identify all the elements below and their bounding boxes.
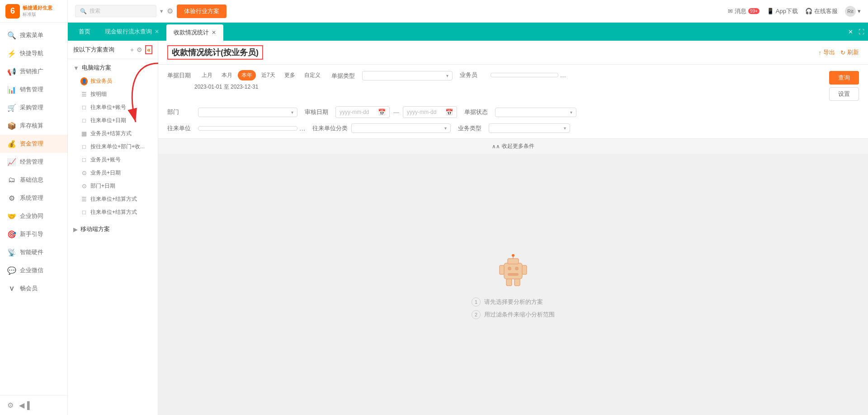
tab-bank[interactable]: 现金银行流水查询 ✕ — [98, 23, 166, 41]
settings-button[interactable]: 设置 — [829, 87, 859, 101]
user-menu[interactable]: Rit ▾ — [845, 6, 861, 17]
date-tab-custom[interactable]: 自定义 — [301, 70, 324, 80]
svg-rect-4 — [508, 273, 519, 276]
counterpart-type-select[interactable]: ▾ — [351, 123, 451, 133]
purchase-icon: 🛒 — [7, 103, 16, 112]
calendar-end-icon[interactable]: 📅 — [445, 108, 453, 116]
left-panel-header: 按以下方案查询 + ⚙ « — [68, 41, 158, 59]
sidebar-item-purchase[interactable]: 🛒 采购管理 — [0, 99, 67, 117]
dept-label: 部门 — [167, 108, 194, 116]
topbar-gear-icon[interactable]: ⚙ — [167, 7, 173, 15]
topbar-dropdown-icon[interactable]: ▾ — [160, 8, 163, 14]
date-label: 单据日期 — [167, 71, 194, 80]
topbar-search-icon: 🔍 — [80, 8, 87, 14]
tip-num-1: 1 — [472, 297, 481, 307]
sidebar: 6 畅捷通好生意 标准版 🔍 搜索菜单 ⚡ 快捷导航 📢 营销推广 📊 销售管理… — [0, 0, 68, 415]
date-tab-7days[interactable]: 近7天 — [258, 70, 279, 80]
quicknav-icon: ⚡ — [7, 49, 16, 58]
pc-plan-title[interactable]: ▼ 电脑端方案 — [68, 61, 158, 75]
sidebar-item-operations[interactable]: 📈 经营管理 — [0, 153, 67, 171]
export-button[interactable]: ↑ 导出 — [819, 48, 835, 57]
marketing-icon: 📢 — [7, 67, 16, 76]
plan-item-dept-date[interactable]: ⊙ 部门+日期 — [68, 179, 158, 193]
sidebar-item-sysadmin[interactable]: ⚙ 系统管理 — [0, 189, 67, 207]
sidebar-item-basicinfo[interactable]: 🗂 基础信息 — [0, 171, 67, 189]
collapse-sidebar-icon[interactable]: ◀▐ — [19, 401, 29, 410]
doc-status-select[interactable]: ▾ — [495, 108, 576, 117]
tab-receipt[interactable]: 收款情况统计 ✕ — [166, 24, 223, 41]
sidebar-item-hardware[interactable]: 📡 智能硬件 — [0, 243, 67, 261]
review-date-filter-group: 审核日期 yyyy-mm-dd 📅 — yyyy-mm-dd 📅 — [305, 106, 457, 118]
date-range-display: 2023-01-01 至 2023-12-31 — [167, 83, 324, 91]
sidebar-item-wechat[interactable]: 💬 企业微信 — [0, 261, 67, 279]
sidebar-item-sales[interactable]: 📊 销售管理 — [0, 80, 67, 99]
doc-type-chevron: ▾ — [446, 73, 448, 78]
plan-item-unit-date[interactable]: □ 往来单位+日期 — [68, 114, 158, 127]
tab-receipt-close[interactable]: ✕ — [212, 29, 216, 36]
plan-item-unit-account[interactable]: □ 往来单位+账号 — [68, 101, 158, 114]
plan-item-salesman-date[interactable]: ⊙ 业务员+日期 — [68, 166, 158, 179]
corp-icon: 🤝 — [7, 212, 16, 221]
salesman-dots-button[interactable]: ... — [560, 71, 566, 79]
salesman-settle-icon: ▦ — [80, 130, 88, 137]
sysadmin-icon: ⚙ — [7, 193, 16, 203]
message-button[interactable]: ✉ 消息 99+ — [728, 7, 760, 15]
salesman-account-icon: □ — [80, 156, 88, 164]
date-dash: — — [393, 109, 399, 116]
query-actions: 查询 设置 — [829, 71, 859, 101]
industry-solution-button[interactable]: 体验行业方案 — [177, 5, 226, 18]
counterpart-select[interactable] — [198, 126, 297, 131]
doc-type-select[interactable]: ▾ — [362, 71, 453, 80]
unit-date-icon: □ — [80, 117, 88, 124]
online-support-button[interactable]: 🎧 在线客服 — [805, 7, 838, 15]
mobile-plan-title[interactable]: ▶ 移动端方案 — [68, 222, 158, 236]
sidebar-item-quicknav[interactable]: ⚡ 快捷导航 — [0, 44, 67, 62]
sidebar-item-inventory[interactable]: 📦 库存核算 — [0, 117, 67, 135]
counterpart-type-filter-group: 往来单位分类 ▾ — [312, 123, 451, 133]
close-all-icon[interactable]: ✕ — [848, 28, 853, 35]
query-button[interactable]: 查询 — [829, 71, 859, 85]
refresh-button[interactable]: ↻ 刷新 — [840, 48, 859, 57]
plan-item-salesman-settle[interactable]: ▦ 业务员+结算方式 — [68, 127, 158, 140]
page-header-actions: ↑ 导出 ↻ 刷新 — [819, 48, 859, 57]
plan-item-by-detail[interactable]: ☰ 按明细 — [68, 88, 158, 101]
date-tab-more[interactable]: 更多 — [281, 70, 299, 80]
sidebar-item-marketing[interactable]: 📢 营销推广 — [0, 62, 67, 80]
review-date-end-input[interactable]: yyyy-mm-dd 📅 — [403, 106, 457, 118]
plan-item-salesman-account[interactable]: □ 业务员+账号 — [68, 153, 158, 166]
sidebar-item-finance[interactable]: 💰 资金管理 — [0, 135, 67, 153]
data-content-area: 1 请先选择要分析的方案 2 用过滤条件来缩小分析范围 — [158, 154, 868, 415]
add-plan-icon[interactable]: + — [130, 46, 134, 53]
counterpart-dots-button[interactable]: ... — [299, 124, 305, 132]
collapse-panel-icon[interactable]: « — [145, 45, 152, 54]
app-download-button[interactable]: 📱 App下载 — [767, 7, 798, 15]
topbar-search-box[interactable]: 🔍 搜索 — [75, 5, 156, 17]
dept-select[interactable]: ▾ — [198, 108, 297, 117]
sidebar-item-corp[interactable]: 🤝 企业协同 — [0, 207, 67, 225]
sidebar-item-member[interactable]: V 畅会员 — [0, 279, 67, 297]
date-tab-last-month[interactable]: 上月 — [198, 70, 216, 80]
tabs-right-actions: ✕ ⛶ — [848, 23, 864, 41]
expand-icon[interactable]: ⛶ — [859, 28, 864, 35]
date-tab-this-month[interactable]: 本月 — [218, 70, 236, 80]
plan-item-by-salesman[interactable]: 👤 按业务员 — [68, 75, 158, 88]
tab-bank-close[interactable]: ✕ — [155, 28, 159, 35]
business-type-select[interactable]: ▾ — [489, 123, 570, 133]
settings-footer-icon[interactable]: ⚙ — [7, 401, 14, 410]
sidebar-item-search[interactable]: 🔍 搜索菜单 — [0, 26, 67, 44]
calendar-start-icon[interactable]: 📅 — [378, 108, 386, 116]
filter-area: 单据日期 上月 本月 本年 近7天 更多 自定义 2023-01-01 至 20… — [158, 65, 868, 139]
svg-point-6 — [512, 254, 514, 257]
plan-settings-icon[interactable]: ⚙ — [137, 46, 142, 53]
collapse-button[interactable]: ∧∧ 收起更多条件 — [492, 142, 534, 150]
salesman-select[interactable] — [491, 73, 558, 77]
sidebar-item-guide[interactable]: 🎯 新手引导 — [0, 225, 67, 243]
filter-row-2: 部门 ▾ 审核日期 yyyy-mm-dd 📅 — — [167, 106, 859, 118]
tab-home[interactable]: 首页 — [71, 23, 98, 41]
page-title: 收款情况统计(按业务员) — [167, 45, 263, 60]
plan-item-unit-dept-recv[interactable]: □ 按往来单位+部门+收... — [68, 140, 158, 153]
plan-item-unit-settle2[interactable]: □ 往来单位+结算方式 — [68, 206, 158, 219]
review-date-start-input[interactable]: yyyy-mm-dd 📅 — [335, 106, 390, 118]
plan-item-unit-settle1[interactable]: ☰ 往来单位+结算方式 — [68, 193, 158, 206]
date-tab-this-year[interactable]: 本年 — [238, 70, 256, 80]
